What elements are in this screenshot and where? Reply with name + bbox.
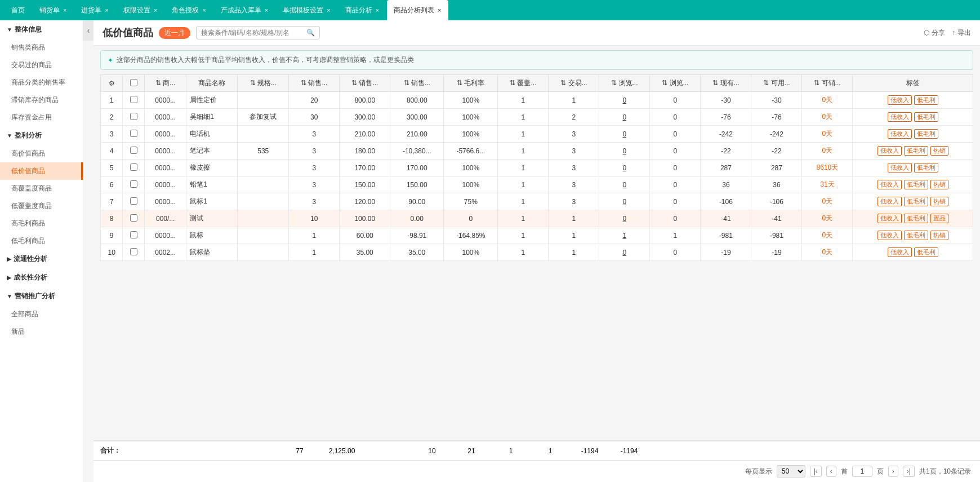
sidebar-section-growth[interactable]: ▶ 成长性分析 xyxy=(0,268,83,287)
browse-link[interactable]: 0 xyxy=(623,147,627,155)
row-trade: 2 xyxy=(549,109,599,126)
row-checkbox[interactable] xyxy=(123,92,145,109)
sidebar-item-high-coverage[interactable]: 高覆盖度商品 xyxy=(0,180,83,197)
sidebar-item-new-goods[interactable]: 新品 xyxy=(0,323,83,341)
row-checkbox[interactable] xyxy=(123,126,145,143)
sidebar-item-traded-goods[interactable]: 交易过的商品 xyxy=(0,56,83,74)
close-icon[interactable]: × xyxy=(265,7,268,14)
row-select-checkbox[interactable] xyxy=(130,231,137,238)
row-browse1[interactable]: 0 xyxy=(599,176,650,193)
row-browse1[interactable]: 0 xyxy=(599,109,650,126)
row-checkbox[interactable] xyxy=(123,143,145,160)
row-checkbox[interactable] xyxy=(123,244,145,261)
nav-analysis-list[interactable]: 商品分析列表× xyxy=(387,0,448,20)
select-all-checkbox[interactable] xyxy=(130,79,137,86)
close-icon[interactable]: × xyxy=(376,7,379,14)
row-days: 0天 xyxy=(802,244,853,261)
close-icon[interactable]: × xyxy=(202,7,206,14)
sidebar-item-high-value[interactable]: 高价值商品 xyxy=(0,145,83,162)
last-page-button[interactable]: ›| xyxy=(903,466,915,477)
row-browse1[interactable]: 0 xyxy=(599,160,650,176)
row-select-checkbox[interactable] xyxy=(130,180,137,188)
sidebar-item-sales-goods[interactable]: 销售类商品 xyxy=(0,39,83,56)
browse-link[interactable]: 0 xyxy=(623,113,627,121)
sidebar-collapse-button[interactable]: ‹ xyxy=(83,20,93,41)
row-select-checkbox[interactable] xyxy=(130,197,137,205)
close-icon[interactable]: × xyxy=(105,7,108,14)
nav-home[interactable]: 首页 xyxy=(5,0,32,20)
row-sales2: 800.00 xyxy=(340,92,390,109)
browse-link[interactable]: 0 xyxy=(623,181,627,189)
row-browse1[interactable]: 0 xyxy=(599,244,650,261)
row-browse1[interactable]: 0 xyxy=(599,92,650,109)
nav-analysis[interactable]: 商品分析× xyxy=(338,0,386,20)
export-button[interactable]: ↑ 导出 xyxy=(952,28,971,38)
sidebar-item-high-margin[interactable]: 高毛利商品 xyxy=(0,215,83,232)
sidebar-item-category-sales[interactable]: 商品分类的销售率 xyxy=(0,74,83,91)
nav-role[interactable]: 角色授权× xyxy=(165,0,212,20)
nav-template[interactable]: 单据模板设置× xyxy=(276,0,337,20)
search-input[interactable] xyxy=(196,26,320,39)
col-gear[interactable]: ⚙ xyxy=(101,75,123,92)
sidebar-item-slow-stock[interactable]: 滞销库存的商品 xyxy=(0,91,83,109)
sidebar-item-low-coverage[interactable]: 低覆盖度商品 xyxy=(0,197,83,215)
row-select-checkbox[interactable] xyxy=(130,214,137,222)
row-browse1[interactable]: 0 xyxy=(599,143,650,160)
row-checkbox[interactable] xyxy=(123,109,145,126)
nav-warehouse[interactable]: 产成品入库单× xyxy=(214,0,275,20)
browse-link[interactable]: 1 xyxy=(623,232,627,240)
sidebar-item-stock-capital[interactable]: 库存资金占用 xyxy=(0,109,83,126)
row-select-checkbox[interactable] xyxy=(130,163,137,171)
period-tag-button[interactable]: 近一月 xyxy=(159,27,190,39)
row-select-checkbox[interactable] xyxy=(130,113,137,120)
row-checkbox[interactable] xyxy=(123,227,145,244)
browse-link[interactable]: 0 xyxy=(623,96,627,104)
search-icon[interactable]: 🔍 xyxy=(306,29,315,37)
col-name: 商品名称 xyxy=(186,75,238,92)
row-select-checkbox[interactable] xyxy=(130,248,137,255)
sidebar-section-overall[interactable]: ▼ 整体信息 xyxy=(0,20,83,39)
nav-permission[interactable]: 权限设置× xyxy=(117,0,164,20)
row-browse1[interactable]: 1 xyxy=(599,227,650,244)
page-number-input[interactable] xyxy=(852,466,872,477)
row-code: 0000... xyxy=(145,176,186,193)
row-checkbox[interactable] xyxy=(123,176,145,193)
nav-sales[interactable]: 销货单× xyxy=(33,0,73,20)
row-browse1[interactable]: 0 xyxy=(599,126,650,143)
prev-page-button[interactable]: ‹ xyxy=(826,466,836,477)
row-select-checkbox[interactable] xyxy=(130,130,137,137)
browse-link[interactable]: 0 xyxy=(623,198,627,206)
close-icon[interactable]: × xyxy=(327,7,330,14)
close-icon[interactable]: × xyxy=(438,7,441,14)
browse-link[interactable]: 0 xyxy=(623,164,627,172)
first-page-button[interactable]: |‹ xyxy=(810,466,822,477)
sidebar-item-all-goods[interactable]: 全部商品 xyxy=(0,306,83,323)
col-checkbox[interactable] xyxy=(123,75,145,92)
sidebar-section-profit[interactable]: ▼ 盈利分析 xyxy=(0,126,83,145)
row-coverage: 1 xyxy=(498,176,549,193)
browse-link[interactable]: 0 xyxy=(623,249,627,257)
table-row: 1 0000... 属性定价 20 800.00 800.00 100% 1 1… xyxy=(101,92,973,109)
next-page-button[interactable]: › xyxy=(888,466,898,477)
row-checkbox[interactable] xyxy=(123,193,145,210)
row-checkbox[interactable] xyxy=(123,210,145,227)
browse-link[interactable]: 0 xyxy=(623,130,627,138)
row-coverage: 1 xyxy=(498,227,549,244)
sidebar-section-marketing[interactable]: ▼ 营销推广分析 xyxy=(0,287,83,306)
row-select-checkbox[interactable] xyxy=(130,96,137,103)
close-icon[interactable]: × xyxy=(63,7,66,14)
nav-purchase[interactable]: 进货单× xyxy=(74,0,115,20)
browse-link[interactable]: 0 xyxy=(623,215,627,223)
sidebar-section-flow[interactable]: ▶ 流通性分析 xyxy=(0,250,83,268)
sidebar-item-low-margin[interactable]: 低毛利商品 xyxy=(0,232,83,250)
row-browse1[interactable]: 0 xyxy=(599,193,650,210)
close-icon[interactable]: × xyxy=(154,7,157,14)
row-checkbox[interactable] xyxy=(123,160,145,176)
share-button[interactable]: ⬡ 分享 xyxy=(924,28,945,38)
sidebar-item-low-value[interactable]: 低价值商品 xyxy=(0,162,83,180)
row-select-checkbox[interactable] xyxy=(130,147,137,154)
row-browse1[interactable]: 0 xyxy=(599,210,650,227)
row-trade: 3 xyxy=(549,143,599,160)
per-page-select[interactable]: 50 100 xyxy=(777,465,805,477)
settings-icon[interactable]: ⚙ xyxy=(109,79,115,87)
